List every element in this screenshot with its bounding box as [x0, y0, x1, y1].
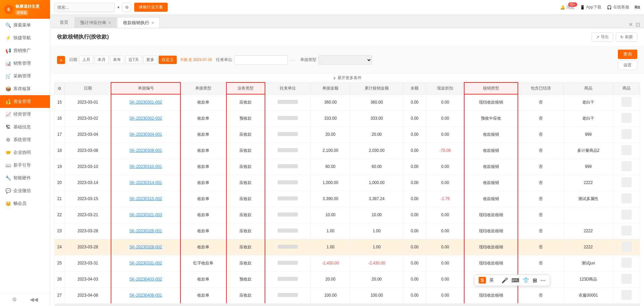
- voucher-link[interactable]: SK-20230328-002: [129, 245, 162, 249]
- voucher-type-select[interactable]: [318, 55, 372, 65]
- sidebar-item-6[interactable]: 💰资金管理: [0, 95, 50, 108]
- cell-product: 老白干: [564, 94, 613, 110]
- sidebar-item-0[interactable]: 🔍搜索菜单: [0, 19, 50, 32]
- last-month-btn[interactable]: 上月: [79, 56, 93, 64]
- main-area: ▾ ⚙ 体验行业方案 🔔 消息 99+ 📱 App下载 🎧 在线客服 Rit: [50, 0, 644, 306]
- cell-cumulative: 20.00: [350, 126, 403, 142]
- voucher-link[interactable]: SK-20230314-001: [129, 180, 162, 185]
- topbar-search-input[interactable]: [54, 3, 115, 12]
- last-7-days-btn[interactable]: 近7天: [125, 56, 142, 64]
- cell-cancel-type: 收款核销: [464, 142, 518, 159]
- tab-collection-close[interactable]: ×: [151, 20, 154, 25]
- ime-separator: ·: [497, 278, 498, 283]
- cell-counterpart: [265, 110, 311, 126]
- sidebar-item-12[interactable]: 🔧智能硬件: [0, 172, 50, 184]
- cell-counterpart: [265, 287, 311, 303]
- table-container: ⚙ 日期 单据编号 单据类型 业务类型 往来单位 单据金额 累计核销金额 余额 …: [50, 82, 644, 303]
- voucher-link[interactable]: SK-20230310-001: [129, 164, 162, 169]
- cell-product2: [613, 271, 640, 287]
- sidebar-label-12: 智能硬件: [13, 175, 31, 181]
- table-row: 15 2023-03-01 SK-20230301-002 收款单 应收款 36…: [55, 94, 640, 110]
- cell-counterpart: [265, 94, 311, 110]
- sidebar-icon-4: 🛒: [5, 73, 11, 79]
- sidebar-item-2[interactable]: 📢营销推广: [0, 44, 50, 57]
- maximize-window-btn[interactable]: ⊡: [636, 21, 640, 28]
- expand-more-btn[interactable]: ∨ 展开更多条件: [333, 75, 362, 81]
- table-row: 27 2023-04-08 SK-20230408-001 收款单 应收款 10…: [55, 287, 640, 303]
- table-row: 24 2023-03-28 SK-20230328-002 收款单 应收款 1.…: [55, 239, 640, 255]
- voucher-link[interactable]: SK-20230408-001: [129, 293, 162, 298]
- ime-more-icon[interactable]: ⋯: [540, 277, 546, 284]
- ime-brand: 英: [489, 277, 494, 283]
- table-row: 23 2023-03-28 SK-20230328-001 收款单 应收款 1.…: [55, 223, 640, 239]
- voucher-link[interactable]: SK-20230321-003: [129, 212, 162, 217]
- sidebar-item-8[interactable]: 🏗基础信息: [0, 121, 50, 133]
- filter-right-actions: 查询 设置: [618, 50, 637, 70]
- sidebar-item-7[interactable]: 📈经营管理: [0, 108, 50, 121]
- sidebar-item-5[interactable]: 📦库存核算: [0, 82, 50, 95]
- ime-grid-icon[interactable]: ⊞: [533, 277, 537, 284]
- table-settings-button[interactable]: 设置: [618, 60, 637, 70]
- sidebar-settings-icon[interactable]: ⚙: [12, 296, 17, 303]
- refresh-button[interactable]: ↻ 刷新: [616, 32, 637, 42]
- cell-include-settled: 否: [518, 287, 564, 303]
- th-voucher-no: 单据编号: [111, 82, 180, 94]
- cell-date: 2023-03-21: [65, 207, 111, 223]
- ime-mic-icon[interactable]: 🎤: [501, 277, 508, 284]
- cell-product2: [613, 142, 640, 159]
- voucher-link[interactable]: SK-20230308-001: [129, 148, 162, 153]
- voucher-link[interactable]: SK-20230331-002: [129, 261, 162, 265]
- this-year-btn[interactable]: 本年: [110, 56, 124, 64]
- topbar-dropdown[interactable]: ▾: [117, 5, 119, 10]
- ime-keyboard-icon[interactable]: ⌨: [512, 277, 519, 284]
- filter-expand-btn[interactable]: »: [57, 56, 65, 64]
- table-row: 22 2023-03-21 SK-20230321-003 收款单 应收款 10…: [55, 207, 640, 223]
- sidebar-item-3[interactable]: 📊销售管理: [0, 57, 50, 70]
- voucher-link[interactable]: SK-20230301-002: [129, 100, 162, 105]
- cell-seq: 17: [55, 126, 65, 142]
- cell-include-settled: 否: [518, 110, 564, 126]
- close-window-btn[interactable]: ✕: [629, 21, 633, 28]
- sidebar-item-10[interactable]: 🤝企业协同: [0, 146, 50, 159]
- voucher-link[interactable]: SK-20230328-001: [129, 229, 162, 233]
- tab-prepaid-close[interactable]: ×: [108, 20, 111, 25]
- th-amount: 单据金额: [311, 82, 350, 94]
- voucher-link[interactable]: SK-20230315-002: [129, 196, 162, 201]
- cell-seq: 16: [55, 110, 65, 126]
- voucher-link[interactable]: SK-20230302-002: [129, 116, 162, 121]
- cell-voucher-type: 收款单: [180, 142, 226, 159]
- tab-home[interactable]: 首页: [54, 17, 74, 28]
- online-service-link[interactable]: 🎧 在线客服: [607, 4, 629, 10]
- export-button[interactable]: ↗ 导出: [592, 32, 613, 42]
- industry-solution-button[interactable]: 体验行业方案: [134, 3, 168, 12]
- cell-biz-type: 应收款: [226, 223, 265, 239]
- date-preset-buttons: 上月 本月 本年 近7天 更多 自定义: [79, 56, 177, 64]
- cell-product2: [613, 255, 640, 271]
- sidebar-item-14[interactable]: 👑畅会员: [0, 197, 50, 210]
- sidebar-item-1[interactable]: ⚡快捷导航: [0, 32, 50, 44]
- sidebar-collapse-icon[interactable]: ◀◀: [30, 296, 38, 303]
- cell-counterpart: [265, 255, 311, 271]
- voucher-link[interactable]: SK-20230304-001: [129, 132, 162, 137]
- query-button[interactable]: 查询: [618, 50, 637, 59]
- cell-biz-type: 应收款: [226, 175, 265, 191]
- app-download-link[interactable]: 📱 App下载: [580, 4, 601, 10]
- more-dates-btn[interactable]: 更多: [143, 56, 157, 64]
- cell-cash-discount: 0.00: [426, 239, 464, 255]
- th-gear[interactable]: ⚙: [55, 82, 65, 94]
- custom-date-btn[interactable]: 自定义: [159, 56, 177, 64]
- ime-shirt-icon[interactable]: 👕: [523, 277, 529, 284]
- sidebar-item-13[interactable]: 💬企业微信: [0, 184, 50, 197]
- tab-prepaid[interactable]: 预计冲应付单 ×: [74, 17, 117, 28]
- this-month-btn[interactable]: 本月: [95, 56, 109, 64]
- topbar-gear-btn[interactable]: ⚙: [122, 3, 131, 12]
- notification-area[interactable]: 🔔 消息 99+: [560, 4, 575, 10]
- counterpart-input[interactable]: [234, 55, 288, 65]
- sidebar-item-11[interactable]: 📖新手引导: [0, 159, 50, 172]
- tab-collection[interactable]: 收款核销执行 ×: [117, 17, 160, 28]
- voucher-link[interactable]: SK-20230403-002: [129, 277, 162, 282]
- sidebar-item-9[interactable]: ⚙系统管理: [0, 133, 50, 146]
- cell-biz-type: 应收款: [226, 94, 265, 110]
- sidebar-item-4[interactable]: 🛒采购管理: [0, 70, 50, 82]
- table-scrollbar[interactable]: [54, 303, 640, 306]
